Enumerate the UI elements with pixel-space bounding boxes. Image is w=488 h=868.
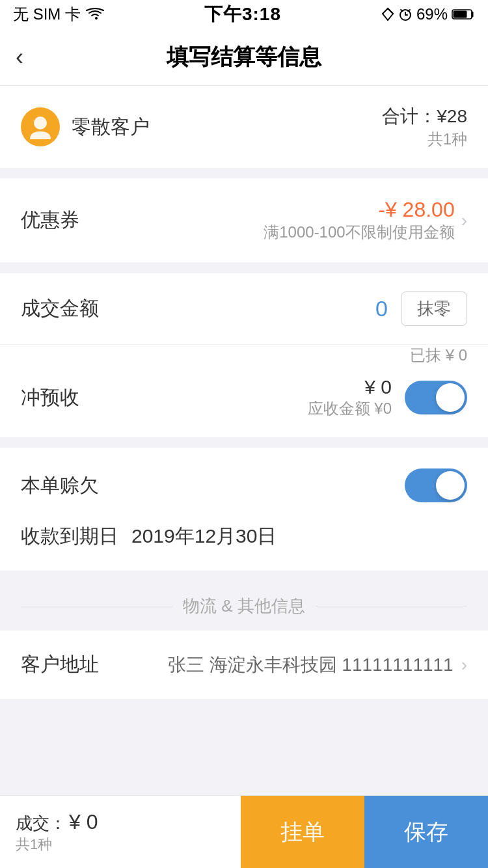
content-area: 零散客户 合计：¥28 共1种 优惠券 -¥ 28.00 满1000-100不限… xyxy=(0,86,488,787)
customer-avatar xyxy=(21,107,60,146)
prepay-row: 冲预收 ¥ 0 应收金额 ¥0 xyxy=(0,376,488,437)
bottom-summary: 成交： ¥ 0 共1种 xyxy=(0,810,241,854)
status-time: 下午3:18 xyxy=(204,2,281,27)
debt-section: 本单赊欠 收款到期日 2019年12月30日 xyxy=(0,448,488,571)
prepay-right: ¥ 0 应收金额 ¥0 xyxy=(308,376,467,419)
toggle-knob xyxy=(436,383,465,412)
back-icon: ‹ xyxy=(16,44,23,71)
due-date-label: 收款到期日 xyxy=(21,523,118,550)
debt-toggle[interactable] xyxy=(405,468,467,502)
chevron-right-icon: › xyxy=(461,210,467,231)
address-section: 客户地址 张三 海淀永丰科技园 11111111111 › xyxy=(0,631,488,699)
bottom-bar: 成交： ¥ 0 共1种 挂单 保存 xyxy=(0,795,488,868)
deal-amount-label: 成交金额 xyxy=(21,295,99,322)
address-chevron-icon: › xyxy=(461,655,467,675)
logistics-label: 物流 & 其他信息 xyxy=(21,595,467,617)
svg-rect-2 xyxy=(453,11,467,18)
hang-button[interactable]: 挂单 xyxy=(241,796,364,869)
status-left: 无 SIM 卡 xyxy=(13,4,104,25)
coupon-row[interactable]: 优惠券 -¥ 28.00 满1000-100不限制使用金额 › xyxy=(0,178,488,263)
address-right: 张三 海淀永丰科技园 11111111111 › xyxy=(99,653,467,677)
prepay-amount: ¥ 0 xyxy=(308,376,392,398)
battery-percentage: 69% xyxy=(416,5,448,23)
debt-label: 本单赊欠 xyxy=(21,472,99,499)
coupon-desc: 满1000-100不限制使用金额 xyxy=(264,222,454,243)
battery-icon xyxy=(452,8,475,20)
total-amount: 合计：¥28 xyxy=(382,104,467,129)
bottom-deal-amount: ¥ 0 xyxy=(69,810,98,834)
total-count: 共1种 xyxy=(382,129,467,150)
nav-bar: ‹ 填写结算等信息 xyxy=(0,29,488,86)
status-bar: 无 SIM 卡 下午3:18 69% xyxy=(0,0,488,29)
alarm-icon xyxy=(398,7,413,21)
status-right: 69% xyxy=(381,5,475,23)
customer-name: 零散客户 xyxy=(72,114,150,141)
bottom-count: 共1种 xyxy=(16,835,225,854)
divider-line-left xyxy=(21,606,172,606)
due-date-row[interactable]: 收款到期日 2019年12月30日 xyxy=(0,523,488,571)
svg-point-3 xyxy=(34,116,47,129)
divider-line-right xyxy=(316,606,467,606)
debt-toggle-knob xyxy=(436,471,465,500)
coupon-right: -¥ 28.00 满1000-100不限制使用金额 › xyxy=(264,198,467,243)
logistics-text: 物流 & 其他信息 xyxy=(183,595,305,617)
deal-amount-row: 成交金额 0 抹零 xyxy=(0,273,488,345)
deal-right: 0 抹零 xyxy=(375,292,467,326)
prepay-amounts: ¥ 0 应收金额 ¥0 xyxy=(308,376,392,419)
coupon-section: 优惠券 -¥ 28.00 满1000-100不限制使用金额 › xyxy=(0,178,488,263)
address-row[interactable]: 客户地址 张三 海淀永丰科技园 11111111111 › xyxy=(0,631,488,699)
logistics-divider: 物流 & 其他信息 xyxy=(0,582,488,631)
customer-left: 零散客户 xyxy=(21,107,150,146)
bottom-deal-label: 成交： xyxy=(16,812,66,835)
deal-sub-text: 已抹 ¥ 0 xyxy=(0,345,488,376)
bottom-deal-row: 成交： ¥ 0 xyxy=(16,810,225,835)
prepay-toggle[interactable] xyxy=(405,381,467,414)
debt-row: 本单赊欠 xyxy=(0,448,488,523)
coupon-discount: -¥ 28.00 xyxy=(264,198,454,222)
carrier-text: 无 SIM 卡 xyxy=(13,4,81,25)
location-icon xyxy=(381,7,394,21)
wifi-icon xyxy=(86,8,104,21)
coupon-label: 优惠券 xyxy=(21,207,79,234)
save-button[interactable]: 保存 xyxy=(364,796,488,869)
address-label: 客户地址 xyxy=(21,651,99,678)
customer-total: 合计：¥28 共1种 xyxy=(382,104,467,150)
address-value: 张三 海淀永丰科技园 11111111111 xyxy=(168,653,454,677)
due-date-value: 2019年12月30日 xyxy=(131,523,277,550)
deal-section: 成交金额 0 抹零 已抹 ¥ 0 冲预收 ¥ 0 应收金额 ¥0 xyxy=(0,273,488,437)
prepay-label: 冲预收 xyxy=(21,385,79,411)
round-zero-button[interactable]: 抹零 xyxy=(401,292,467,326)
coupon-info: -¥ 28.00 满1000-100不限制使用金额 xyxy=(264,198,454,243)
prepay-receivable: 应收金额 ¥0 xyxy=(308,398,392,419)
deal-amount-value: 0 xyxy=(375,296,388,321)
customer-section: 零散客户 合计：¥28 共1种 xyxy=(0,86,488,168)
back-button[interactable]: ‹ xyxy=(16,44,23,71)
page-title: 填写结算等信息 xyxy=(167,42,321,72)
